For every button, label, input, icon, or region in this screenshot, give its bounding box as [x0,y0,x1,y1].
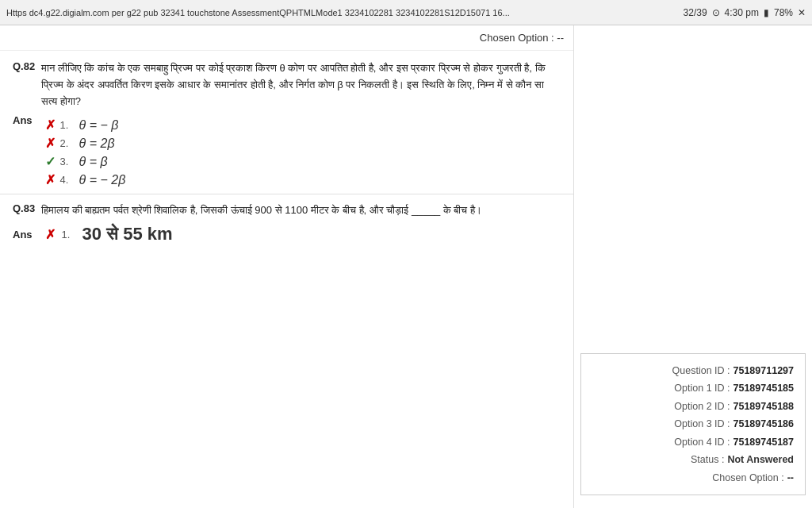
info-status-value: Not Answered [727,451,794,469]
option-number-82-1: 1. [60,119,75,131]
info-chosen-label: Chosen Option : [712,469,783,487]
battery-icon: ▮ [764,7,769,18]
info-question-id-label: Question ID : [672,362,730,380]
question-83-header: Q.83 हिमालय की बाह्यतम पर्वत श्रेणी शिवा… [13,202,561,219]
info-option2-id-value: 75189745188 [733,398,794,416]
left-panel: Chosen Option : -- Q.82 मान लीजिए कि कां… [0,25,574,508]
cross-icon-82-2: ✗ [45,136,56,151]
info-option3-id-value: 75189745186 [733,415,794,433]
option-text-83-1: 30 से 55 km [82,224,173,244]
options-list-82: ✗ 1. θ = − β ✗ 2. θ = 2β ✓ 3. θ = β [45,117,126,187]
main-content: Chosen Option : -- Q.82 मान लीजिए कि कां… [0,25,812,508]
info-option1-id-label: Option 1 ID : [674,379,730,398]
option-82-3: ✓ 3. θ = β [45,154,126,169]
time-display: 4:30 pm [725,7,759,18]
info-option4-id-row: Option 4 ID : 75189745187 [592,433,794,452]
url-bar: Https dc4.g22.digialm.com per g22 pub 32… [6,8,677,17]
info-status-label: Status : [691,451,724,469]
bookmark-icon[interactable]: ✕ [798,7,806,18]
question-82-block: Q.82 मान लीजिए कि कांच के एक समबाहु प्रि… [0,51,573,194]
info-option3-id-label: Option 3 ID : [674,415,730,433]
progress-indicator: 32/39 [684,7,707,18]
info-question-id-value: 75189711297 [733,362,794,380]
clock-icon: ⊙ [712,7,720,18]
option-82-2: ✗ 2. θ = 2β [45,136,126,151]
option-82-4: ✗ 4. θ = − 2β [45,172,126,187]
browser-bar: Https dc4.g22.digialm.com per g22 pub 32… [0,0,812,25]
cross-icon-83-1: ✗ [45,227,56,242]
info-option2-id-label: Option 2 ID : [674,398,730,416]
chosen-option-top: Chosen Option : -- [480,32,564,44]
info-chosen-value: -- [787,469,794,487]
info-option1-id-value: 75189745185 [733,379,794,398]
question-82-number: Q.82 [13,60,35,110]
option-number-83-1: 1. [62,229,76,241]
browser-right: 32/39 ⊙ 4:30 pm ▮ 78% ✕ [684,7,806,18]
option-number-82-4: 4. [60,174,75,186]
option-text-82-4: θ = − 2β [79,173,126,187]
question-83-number: Q.83 [13,202,35,219]
info-status-row: Status : Not Answered [592,451,794,469]
option-text-82-1: θ = − β [79,118,119,133]
info-option4-id-label: Option 4 ID : [674,433,730,452]
question-83-text: हिमालय की बाह्यतम पर्वत श्रेणी शिवालिक ह… [41,202,482,219]
cross-icon-82-4: ✗ [45,172,56,187]
info-box-82: Question ID : 75189711297 Option 1 ID : … [580,353,806,496]
check-icon-82-3: ✓ [45,154,56,169]
info-question-id-row: Question ID : 75189711297 [592,362,794,380]
option-82-1: ✗ 1. θ = − β [45,117,126,133]
question-83-ans-row: Ans ✗ 1. 30 से 55 km [13,224,561,244]
right-panel: Question ID : 75189711297 Option 1 ID : … [574,25,812,508]
battery-level: 78% [774,7,793,18]
option-text-82-3: θ = β [79,155,108,169]
info-option2-id-row: Option 2 ID : 75189745188 [592,398,794,416]
question-82-text: मान लीजिए कि कांच के एक समबाहु प्रिज्म प… [41,60,561,110]
ans-label-83: Ans [13,229,33,241]
info-option1-id-row: Option 1 ID : 75189745185 [592,379,794,398]
option-number-82-2: 2. [60,137,75,149]
question-83-block: Q.83 हिमालय की बाह्यतम पर्वत श्रेणी शिवा… [0,194,573,249]
info-chosen-row: Chosen Option : -- [592,469,794,487]
cross-icon-82-1: ✗ [45,117,56,133]
question-82-ans-container: Ans ✗ 1. θ = − β ✗ 2. θ = 2β [13,114,561,187]
option-text-82-2: θ = 2β [79,137,115,151]
info-option4-id-value: 75189745187 [733,433,794,452]
option-number-82-3: 3. [60,156,75,167]
info-option3-id-row: Option 3 ID : 75189745186 [592,415,794,433]
question-82-header: Q.82 मान लीजिए कि कांच के एक समबाहु प्रि… [13,60,561,110]
ans-label-82: Ans [13,114,33,126]
